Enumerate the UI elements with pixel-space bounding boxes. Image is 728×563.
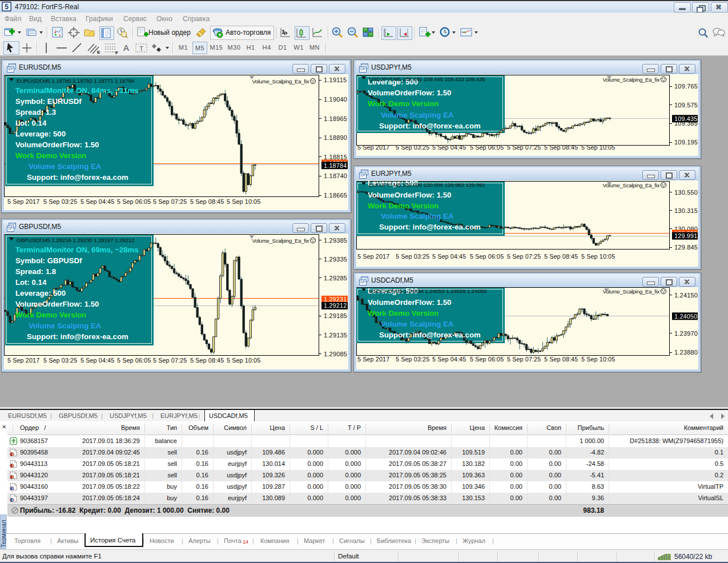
svg-text:5 Sep 06:05: 5 Sep 06:05 [117,198,151,205]
svg-text:VolumeOrderFlow: 1.50: VolumeOrderFlow: 1.50 [368,89,451,97]
svg-text:5 Sep 2017: 5 Sep 2017 [7,198,39,205]
svg-text:5 Sep 10:05: 5 Sep 10:05 [581,253,615,260]
svg-text:129.991: 129.991 [674,232,697,239]
svg-text:1.29212: 1.29212 [324,302,347,309]
svg-text:Volume Scalping EA: Volume Scalping EA [381,320,454,328]
svg-text:Spread: 1.3: Spread: 1.3 [15,108,56,116]
svg-text:Leverage: 500: Leverage: 500 [15,130,66,138]
svg-text:Volume_Scalping_Ea_fix: Volume_Scalping_Ea_fix [252,238,309,244]
svg-text:5 Sep 04:45: 5 Sep 04:45 [81,198,114,205]
svg-text:5 Sep 07:25: 5 Sep 07:25 [507,356,541,363]
svg-text:1.29085: 1.29085 [324,351,347,357]
svg-text:Symbol: EURUSDf: Symbol: EURUSDf [15,97,82,106]
svg-text:5 Sep 04:45: 5 Sep 04:45 [432,144,466,151]
svg-text:5 Sep 2017: 5 Sep 2017 [7,357,39,364]
svg-text:VolumeOrderFlow: 1.50: VolumeOrderFlow: 1.50 [15,300,99,308]
svg-text:5 Sep 2017: 5 Sep 2017 [357,144,389,151]
svg-text:A: A [123,43,129,53]
svg-text:Volume_Scalping_Ea_fix: Volume_Scalping_Ea_fix [252,78,309,85]
svg-text:5 Sep 04:45: 5 Sep 04:45 [81,357,114,364]
svg-text:129.845: 129.845 [674,244,698,251]
svg-text:TerminalMonitor ON, 84ms, ~31m: TerminalMonitor ON, 84ms, ~31ms [15,86,139,95]
svg-text:Lot: 0.14: Lot: 0.14 [15,119,47,127]
svg-text:Volume Scalping EA: Volume Scalping EA [381,111,454,119]
svg-text:VolumeOrderFlow: 1.50: VolumeOrderFlow: 1.50 [368,191,451,199]
svg-text:1.23970: 1.23970 [674,330,698,337]
svg-text:1.24150: 1.24150 [674,292,698,299]
svg-text:5 Sep 10:05: 5 Sep 10:05 [227,198,260,205]
svg-text:Work Demo Version: Work Demo Version [368,99,439,108]
svg-text:Support: info@forex-ea.com: Support: info@forex-ea.com [379,223,481,231]
svg-text:1.29385: 1.29385 [324,237,347,244]
svg-text:5 Sep 2017: 5 Sep 2017 [357,356,389,363]
svg-text:1.29135: 1.29135 [324,332,347,339]
svg-text:109.195: 109.195 [674,139,698,146]
svg-text:Work Demo Version: Work Demo Version [15,151,86,160]
svg-text:Volume Scalping EA: Volume Scalping EA [29,321,102,330]
svg-text:Volume Scalping EA: Volume Scalping EA [381,212,454,220]
svg-text:1.18740: 1.18740 [324,172,347,179]
svg-text:EURUSDf,M5 1.18785 1.18792 1.: EURUSDf,M5 1.18785 1.18792 1.18771 1.187… [17,78,135,84]
svg-text:5 Sep 08:45: 5 Sep 08:45 [190,357,224,364]
svg-text:Symbol: GBPUSDf: Symbol: GBPUSDf [15,256,82,265]
svg-text:5 Sep 07:25: 5 Sep 07:25 [507,253,541,260]
svg-text:Work Demo Version: Work Demo Version [368,202,439,210]
svg-text:Volume_Scalping_Ea_fix: Volume_Scalping_Ea_fix [602,288,659,295]
svg-text:5 Sep 03:25: 5 Sep 03:25 [43,198,77,205]
svg-text:F: F [115,50,118,54]
svg-text:5 Sep 06:05: 5 Sep 06:05 [470,253,504,260]
svg-text:1.18890: 1.18890 [324,134,347,141]
svg-text:E: E [97,50,100,54]
svg-text:T: T [139,45,143,52]
svg-text:EURJPYf,M5 130.005 130.006 129: EURJPYf,M5 130.005 130.006 129.982 129.9… [369,182,485,188]
svg-text:Lot: 0.14: Lot: 0.14 [15,278,47,287]
svg-text:5 Sep 08:45: 5 Sep 08:45 [544,356,578,363]
svg-text:Support: info@forex-ea.com: Support: info@forex-ea.com [379,122,481,130]
svg-text:1.18665: 1.18665 [324,192,347,199]
svg-text:109.575: 109.575 [674,102,698,108]
svg-text:5 Sep 07:25: 5 Sep 07:25 [507,144,541,151]
svg-text:1.24050: 1.24050 [674,313,697,320]
svg-text:1.18965: 1.18965 [324,115,347,122]
svg-text:TerminalMonitor ON, 69ms, ~28m: TerminalMonitor ON, 69ms, ~28ms [15,246,139,254]
svg-text:1.19040: 1.19040 [324,96,347,103]
svg-text:Leverage: 500: Leverage: 500 [15,289,66,297]
svg-text:VolumeOrderFlow: 1.50: VolumeOrderFlow: 1.50 [368,298,451,307]
svg-text:5 Sep 06:05: 5 Sep 06:05 [117,357,151,364]
svg-text:1.18784: 1.18784 [324,162,347,169]
svg-text:VolumeOrderFlow: 1.50: VolumeOrderFlow: 1.50 [15,140,99,149]
svg-text:Spread: 1.8: Spread: 1.8 [15,267,56,276]
svg-text:1.19115: 1.19115 [324,77,347,83]
svg-text:5 Sep 10:05: 5 Sep 10:05 [581,144,615,151]
svg-text:Volume_Scalping_Ea_fix: Volume_Scalping_Ea_fix [602,77,659,83]
svg-text:5 Sep 10:05: 5 Sep 10:05 [581,356,615,363]
svg-text:5 Sep 04:45: 5 Sep 04:45 [432,253,466,260]
svg-text:5 Sep 06:05: 5 Sep 06:05 [470,144,504,151]
svg-text:1.18815: 1.18815 [324,154,347,160]
svg-text:5 Sep 03:25: 5 Sep 03:25 [396,144,429,151]
svg-text:Support: info@forex-ea.com: Support: info@forex-ea.com [27,332,128,341]
svg-text:5 Sep 03:25: 5 Sep 03:25 [43,357,77,364]
svg-text:Терминал: Терминал [0,520,7,548]
svg-text:Volume Scalping EA: Volume Scalping EA [29,162,102,171]
svg-text:5 Sep 03:25: 5 Sep 03:25 [396,356,429,363]
svg-text:109.435: 109.435 [674,115,697,122]
svg-text:5 Sep 06:05: 5 Sep 06:05 [470,356,504,363]
svg-text:5 Sep 08:45: 5 Sep 08:45 [544,144,578,151]
svg-text:1.23880: 1.23880 [674,349,698,356]
svg-text:130.315: 130.315 [674,207,698,214]
svg-text:USDJPYf,M5 109.445 109.445 109: USDJPYf,M5 109.445 109.445 109.433 109.4… [369,76,485,82]
svg-text:109.765: 109.765 [674,83,698,90]
svg-text:Work Demo Version: Work Demo Version [368,309,439,317]
svg-text:Support: info@forex-ea.com: Support: info@forex-ea.com [27,173,128,182]
svg-text:5 Sep 10:05: 5 Sep 10:05 [227,357,260,364]
svg-text:1.29285: 1.29285 [324,275,347,282]
svg-text:5: 5 [5,3,9,11]
svg-text:5 Sep 07:25: 5 Sep 07:25 [153,357,187,364]
svg-text:1.29185: 1.29185 [324,312,347,319]
svg-text:5 Sep 07:25: 5 Sep 07:25 [153,198,187,205]
svg-text:GBPUSDf,M5 1.29216 1.29230 1.: GBPUSDf,M5 1.29216 1.29230 1.29197 1.292… [17,237,134,243]
svg-text:5 Sep 08:45: 5 Sep 08:45 [544,253,578,260]
svg-text:1.29335: 1.29335 [324,256,347,263]
svg-text:Volume_Scalping_Ea_fix: Volume_Scalping_Ea_fix [602,182,659,188]
